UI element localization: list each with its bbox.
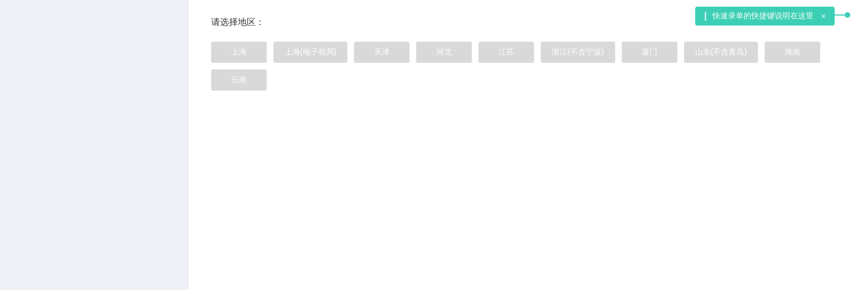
region-button-hebei[interactable]: 河北 (416, 42, 472, 63)
region-button-xiamen[interactable]: 厦门 (622, 42, 677, 63)
region-button-zhejiang[interactable]: 浙江(不含宁波) (541, 42, 615, 63)
tooltip-line (835, 14, 845, 16)
region-button-yunnan[interactable]: 云南 (211, 69, 267, 91)
region-button-jiangsu[interactable]: 江苏 (478, 42, 534, 63)
region-button-shanghai-etax[interactable]: 上海(电子税局) (273, 42, 347, 63)
main-content: 请选择地区： 上海上海(电子税局)天津河北江苏浙江(不含宁波)厦门山东(不含青岛… (189, 0, 868, 290)
tooltip-dot (845, 12, 850, 18)
region-button-tianjin[interactable]: 天津 (354, 42, 410, 63)
tooltip-text: 快速录单的快捷键说明在这里 (712, 11, 814, 21)
tooltip-banner: 快速录单的快捷键说明在这里 × (695, 7, 835, 26)
region-buttons: 上海上海(电子税局)天津河北江苏浙江(不含宁波)厦门山东(不含青岛)海南云南 (211, 42, 846, 91)
region-button-shandong[interactable]: 山东(不含青岛) (684, 42, 758, 63)
region-button-shanghai[interactable]: 上海 (211, 42, 267, 63)
sidebar (0, 0, 189, 290)
region-button-hainan[interactable]: 海南 (765, 42, 820, 63)
tooltip-close-button[interactable]: × (821, 12, 826, 21)
